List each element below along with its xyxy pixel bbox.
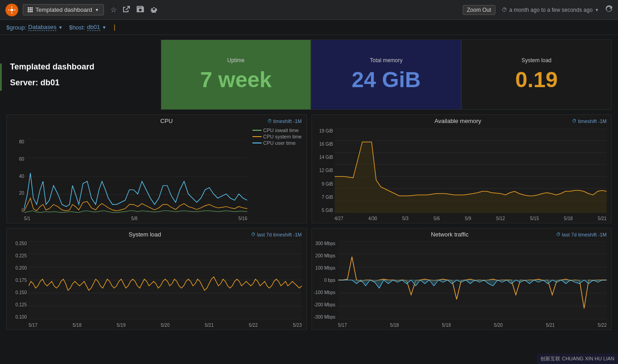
charts-row-2: System load ⏱ last 7d timeshift -1M 0.25… <box>6 228 612 330</box>
network-chart-title: Network traffic <box>344 231 556 238</box>
host-filter-value: db01 <box>87 24 100 31</box>
uptime-title: Uptime <box>227 57 244 64</box>
sysload-value: 0.19 <box>515 67 558 92</box>
network-chart-panel: Network traffic ⏱ last 7d timeshift -1M … <box>311 228 612 330</box>
sysload-chart-svg <box>29 241 302 320</box>
memory-y-axis: 19 GiB 16 GiB 14 GiB 12 GiB 9 GiB 7 GiB … <box>313 128 333 213</box>
cpu-y-axis: 80 60 40 20 0 <box>8 139 24 213</box>
cpu-legend: CPU iowait time CPU system time CPU user… <box>252 128 302 146</box>
sysload-y-axis: 0.250 0.225 0.200 0.175 0.150 0.125 0.10… <box>8 241 27 320</box>
settings-icon[interactable] <box>150 5 158 14</box>
group-filter-arrow: ▼ <box>58 25 63 30</box>
cpu-chart-panel: CPU ⏱ timeshift -1M CPU iowait time CPU … <box>6 114 307 223</box>
sysload-timeshift: ⏱ last 7d timeshift -1M <box>251 232 302 237</box>
server-name-heading: Server: db01 <box>6 78 161 88</box>
host-filter[interactable]: $host: db01 ▼ <box>69 24 106 31</box>
system-color <box>252 136 262 137</box>
dashboard-info: Templated dashboard Server: db01 <box>6 39 161 110</box>
memory-title: Total memory <box>370 57 402 64</box>
charts-row-1: CPU ⏱ timeshift -1M CPU iowait time CPU … <box>6 114 612 223</box>
memory-chart-header: Available memory ⏱ timeshift -1M <box>312 115 612 124</box>
group-filter-value: Databases <box>28 24 56 31</box>
cpu-legend-system: CPU system time <box>252 134 302 139</box>
time-range-picker[interactable]: ⏱ a month ago to a few seconds ago ▼ <box>502 7 599 13</box>
network-timeshift: ⏱ last 7d timeshift -1M <box>556 232 607 237</box>
sysload-chart-panel: System load ⏱ last 7d timeshift -1M 0.25… <box>6 228 307 330</box>
chevron-down-icon: ▼ <box>95 8 99 12</box>
network-y-axis: 300 Mbps 200 Mbps 100 Mbps 0 bps -100 Mb… <box>313 241 336 320</box>
cursor-indicator: | <box>114 24 115 31</box>
host-filter-arrow: ▼ <box>102 25 107 30</box>
cpu-x-axis: 5/1 5/8 5/16 <box>24 216 247 221</box>
network-chart-header: Network traffic ⏱ last 7d timeshift -1M <box>312 228 612 238</box>
svg-point-1 <box>10 9 13 11</box>
sysload-x-axis: 5/17 5/18 5/19 5/20 5/21 5/22 5/23 <box>29 323 302 328</box>
topbar-right: Zoom Out ⏱ a month ago to a few seconds … <box>463 5 613 15</box>
dashboard-title-label: Templated dashboard <box>35 6 92 13</box>
sysload-chart-header: System load ⏱ last 7d timeshift -1M <box>7 228 307 238</box>
cpu-legend-user: CPU user time <box>252 140 302 146</box>
grid-icon <box>28 7 33 12</box>
memory-chart-svg <box>335 128 607 213</box>
network-x-axis: 5/17 5/18 5/19 5/20 5/21 5/22 <box>338 323 607 328</box>
star-icon[interactable]: ☆ <box>110 5 117 14</box>
dashboard-title-heading: Templated dashboard <box>6 62 161 72</box>
cpu-timeshift: ⏱ timeshift -1M <box>267 118 302 124</box>
chevron-down-icon: ▼ <box>595 8 599 12</box>
topbar-icons: ☆ <box>110 5 158 14</box>
memory-chart-title: Available memory <box>344 118 573 124</box>
group-filter-label: $group: <box>6 24 26 31</box>
cpu-chart-header: CPU ⏱ timeshift -1M <box>7 115 307 124</box>
topbar: Templated dashboard ▼ ☆ Zoom Out ⏱ a mon… <box>0 0 618 20</box>
save-icon[interactable] <box>137 5 144 14</box>
sysload-title: System load <box>521 57 551 64</box>
info-row: Templated dashboard Server: db01 Uptime … <box>6 39 612 110</box>
iowait-color <box>252 130 262 131</box>
memory-timeshift: ⏱ timeshift -1M <box>572 118 607 124</box>
cpu-chart-svg <box>24 139 247 213</box>
watermark: 创新互联 CHUANG XIN HU LIAN <box>537 354 618 364</box>
sysload-chart-title: System load <box>39 231 251 238</box>
main-content: Templated dashboard Server: db01 Uptime … <box>0 35 618 339</box>
cpu-legend-iowait: CPU iowait time <box>252 128 302 133</box>
time-range-label: a month ago to a few seconds ago <box>509 7 593 13</box>
sysload-panel: System load 0.19 <box>461 39 612 110</box>
memory-chart-panel: Available memory ⏱ timeshift -1M 19 GiB … <box>311 114 612 223</box>
cpu-chart-title: CPU <box>66 118 267 124</box>
uptime-value: 7 week <box>200 67 272 92</box>
share-icon[interactable] <box>123 5 130 14</box>
network-chart-svg <box>338 241 607 320</box>
uptime-panel: Uptime 7 week <box>161 39 311 110</box>
filterbar: $group: Databases ▼ $host: db01 ▼ | <box>0 20 618 35</box>
host-filter-label: $host: <box>69 24 85 31</box>
memory-panel: Total memory 24 GiB <box>311 39 461 110</box>
memory-x-axis: 4/27 4/30 5/3 5/6 5/9 5/12 5/15 5/18 5/2… <box>335 216 607 221</box>
clock-icon: ⏱ <box>502 7 507 13</box>
dashboard-title-button[interactable]: Templated dashboard ▼ <box>23 4 104 15</box>
user-color <box>252 143 262 143</box>
group-filter[interactable]: $group: Databases ▼ <box>6 24 63 31</box>
grafana-logo <box>5 4 18 16</box>
zoom-out-button[interactable]: Zoom Out <box>463 5 495 15</box>
memory-value: 24 GiB <box>351 67 420 92</box>
refresh-icon[interactable] <box>605 5 613 14</box>
